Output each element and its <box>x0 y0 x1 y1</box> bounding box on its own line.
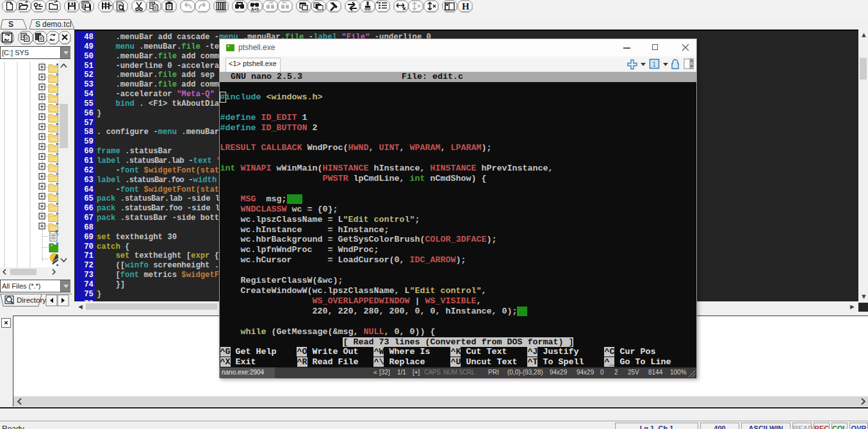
svg-text:1: 1 <box>652 60 656 68</box>
svg-text:S: S <box>35 20 40 29</box>
svg-text:S: S <box>8 20 13 29</box>
svg-text:Directory: Directory <box>17 296 46 304</box>
svg-text:demo.tcl: demo.tcl <box>42 20 71 29</box>
svg-text:H: H <box>462 1 470 12</box>
svg-text:A+h: A+h <box>251 7 259 12</box>
